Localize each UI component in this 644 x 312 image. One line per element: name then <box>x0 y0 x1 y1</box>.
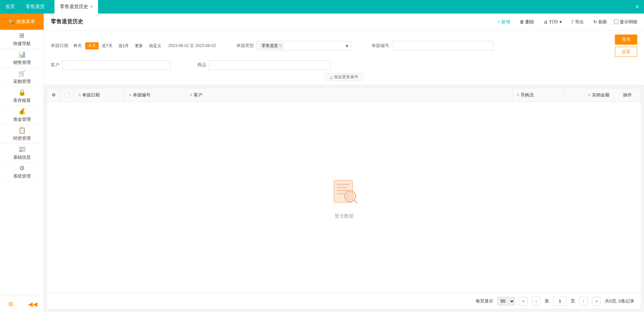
filter-settings-button[interactable]: 设置 <box>615 47 637 57</box>
tab-retail-return-history[interactable]: 零售退货历史 × <box>54 0 98 14</box>
next-page-icon: › <box>583 299 584 304</box>
tab-retail-return-close[interactable]: × <box>47 4 49 9</box>
total-info: 共0页, 0条记录 <box>605 298 634 304</box>
sidebar-item-purchase-mgmt[interactable]: 🛒 采购管理 <box>0 68 44 87</box>
export-button[interactable]: ⤴ 导出 <box>569 18 587 26</box>
date-tab-1month[interactable]: 近1月 <box>116 42 132 49</box>
bill-type-select[interactable]: 零售退货 × ▾ <box>257 41 351 50</box>
th-customer[interactable]: ⇅ 客户 <box>186 88 512 102</box>
date-range-display: 2023-06-02 至 2023-06-02 <box>168 43 216 49</box>
goods-placeholder: ··· <box>212 63 216 68</box>
sidebar-item-sales-mgmt-label: 销售管理 <box>13 60 31 66</box>
bill-type-tag-close[interactable]: × <box>279 43 282 48</box>
show-detail-checkbox[interactable]: 显示明细 <box>614 19 637 25</box>
sidebar-item-quick-nav[interactable]: ⊞ 快捷导航 <box>0 30 44 49</box>
query-button[interactable]: 查询 <box>615 35 637 45</box>
th-amount[interactable]: ⇅ 实销金额 <box>563 88 614 102</box>
th-checkbox[interactable] <box>61 88 74 102</box>
sidebar-item-basic-info[interactable]: 📰 基础信息 <box>0 143 44 162</box>
customer-placeholder: ··· <box>65 63 69 68</box>
tab-home[interactable]: 首页 <box>0 0 20 14</box>
first-page-button[interactable]: « <box>519 297 528 306</box>
last-page-button[interactable]: » <box>592 297 601 306</box>
th-customer-sort-icon: ⇅ <box>190 93 192 97</box>
basic-info-icon: 📰 <box>18 146 26 153</box>
sidebar-item-inventory[interactable]: 🔒 库存核算 <box>0 87 44 106</box>
collapse-icon: △ <box>330 75 333 80</box>
print-dropdown-icon: ▾ <box>559 19 562 24</box>
sidebar-item-finance[interactable]: 💰 资金管理 <box>0 106 44 125</box>
refresh-button[interactable]: ↻ 刷新 <box>591 18 610 26</box>
tab-retail-return-history-label: 零售退货历史 <box>60 4 88 10</box>
page-size-label: 每页显示 <box>476 298 493 304</box>
th-bill-date-sort-icon: ⇅ <box>78 93 81 97</box>
svg-rect-2 <box>337 187 347 188</box>
filter-bill-date: 单据日期 昨天 今天 近7天 近1月 更多 自定义 2023-06-02 至 2… <box>51 42 216 49</box>
customer-select[interactable]: ··· <box>62 60 170 70</box>
sidebar-search-label: 搜索菜单 <box>16 19 35 25</box>
bill-type-tag: 零售退货 × <box>260 43 284 49</box>
filter-customer: 客户 ··· <box>51 60 170 70</box>
tab-retail-return-label: 零售退货 <box>26 4 45 10</box>
th-guide[interactable]: ⇅ 导购员 <box>512 88 563 102</box>
sidebar-item-operations-label: 经营管理 <box>13 135 31 141</box>
select-all-checkbox[interactable] <box>65 93 70 97</box>
th-bill-date[interactable]: ⇅ 单据日期 <box>74 88 125 102</box>
print-button[interactable]: 🖨 打印 ▾ <box>541 18 565 26</box>
filter-bill-type: 单据类型 零售退货 × ▾ <box>236 41 351 50</box>
date-tab-custom[interactable]: 自定义 <box>146 42 164 49</box>
page-size-select[interactable]: 50 10 20 100 <box>497 297 515 306</box>
sidebar-item-operations[interactable]: 📋 经营管理 <box>0 125 44 143</box>
sidebar-item-sales-mgmt[interactable]: 📊 销售管理 <box>0 49 44 68</box>
tab-retail-return[interactable]: 零售退货 × <box>20 0 54 14</box>
top-tab-bar: 首页 零售退货 × 零售退货历史 × × <box>0 0 644 14</box>
bill-date-label: 单据日期 <box>51 43 68 49</box>
sidebar-bottom: ⚙ ◀◀ <box>0 296 44 312</box>
page-label: 第 <box>545 298 549 304</box>
page-title: 零售退货历史 <box>51 18 495 25</box>
new-label: 新增 <box>501 19 510 25</box>
show-detail-input[interactable] <box>614 20 618 24</box>
sidebar-volume-button[interactable]: ◀◀ <box>27 298 39 310</box>
sidebar-settings-button[interactable]: ⚙ <box>5 298 17 310</box>
table-settings-icon: ⚙ <box>52 92 56 97</box>
window-close-button[interactable]: × <box>630 0 644 14</box>
sidebar-search[interactable]: 🔍 搜索菜单 <box>0 14 44 30</box>
th-bill-no-sort-icon: ⇅ <box>129 93 132 97</box>
search-icon: 🔍 <box>8 19 14 24</box>
collapse-row: △ 收起更多条件 <box>51 73 637 81</box>
tab-retail-return-history-close[interactable]: × <box>90 4 93 9</box>
bill-type-tag-value: 零售退货 <box>262 43 278 49</box>
show-detail-label: 显示明细 <box>620 19 637 25</box>
th-guide-sort-icon: ⇅ <box>517 93 519 97</box>
sidebar-item-sys-mgmt-label: 系统管理 <box>13 173 31 179</box>
delete-button[interactable]: 🗑 删除 <box>517 18 537 26</box>
svg-rect-4 <box>337 193 345 194</box>
prev-page-button[interactable]: ‹ <box>532 297 541 306</box>
th-settings[interactable]: ⚙ <box>47 88 61 102</box>
empty-state: 暂无数据 <box>327 175 361 219</box>
new-button[interactable]: + 新增 <box>495 18 513 26</box>
date-tab-yesterday[interactable]: 昨天 <box>71 42 85 49</box>
collapse-button[interactable]: △ 收起更多条件 <box>325 73 363 81</box>
goods-select[interactable]: ··· <box>209 60 331 70</box>
customer-label: 客户 <box>51 62 59 68</box>
bill-type-dropdown-icon: ▾ <box>346 43 348 48</box>
date-tab-today[interactable]: 今天 <box>85 42 99 49</box>
sidebar: 🔍 搜索菜单 ⊞ 快捷导航 📊 销售管理 🛒 采购管理 🔒 库存核算 💰 资金管… <box>0 14 44 312</box>
purchase-mgmt-icon: 🛒 <box>18 70 26 77</box>
page-number-input[interactable] <box>553 297 567 306</box>
date-tab-7days[interactable]: 近7天 <box>99 42 115 49</box>
filter-goods: 商品 ··· <box>197 60 331 70</box>
th-action-label: 操作 <box>623 92 632 98</box>
date-tab-more[interactable]: 更多 <box>132 42 146 49</box>
th-amount-label: 实销金额 <box>592 92 610 98</box>
bill-no-input[interactable] <box>392 41 493 50</box>
filter-row-2: 客户 ··· 商品 ··· <box>51 60 637 70</box>
last-page-icon: » <box>595 299 598 304</box>
th-bill-no[interactable]: ⇅ 单据编号 <box>125 88 186 102</box>
operations-icon: 📋 <box>18 127 26 134</box>
sidebar-item-sys-mgmt[interactable]: ⚙ 系统管理 <box>0 162 44 181</box>
next-page-button[interactable]: › <box>579 297 588 306</box>
th-amount-sort-icon: ⇅ <box>588 93 591 97</box>
